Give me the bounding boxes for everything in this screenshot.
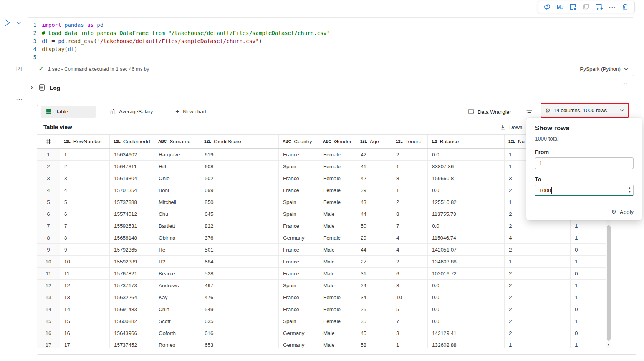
copilot-icon[interactable] [543, 3, 551, 11]
select-all-cell[interactable] [37, 135, 60, 148]
tab-table[interactable]: Table [41, 106, 96, 118]
column-header-Tenure[interactable]: 12LTenure [392, 135, 428, 148]
spinner-down-icon[interactable]: ▼ [628, 190, 631, 194]
table-cell: 699 [200, 184, 279, 196]
scroll-down-icon[interactable]: ▼ [606, 341, 611, 348]
column-header-Age[interactable]: 12LAge [356, 135, 392, 148]
table-cell: 0.0 [428, 315, 505, 327]
column-type-badge: 12L [114, 139, 121, 144]
column-header-Gender[interactable]: ABCGender [319, 135, 356, 148]
run-options-chevron-icon[interactable] [16, 20, 22, 26]
table-cell: Goforth [154, 327, 200, 339]
table-cell: 115046.74 [428, 232, 505, 243]
table-cell: Female [319, 161, 356, 172]
table-cell: 43 [356, 196, 392, 208]
log-icon [38, 84, 45, 91]
table-cell: Female [319, 232, 356, 243]
column-header-RowNumber[interactable]: 12LRowNumber [60, 135, 110, 148]
table-cell: 159660.8 [428, 172, 505, 184]
data-wrangler-icon [468, 108, 475, 115]
table-cell: 616 [200, 327, 279, 339]
table-cell: 7 [60, 220, 110, 232]
row-index-cell: 17 [37, 339, 60, 348]
table-cell: Female [319, 149, 356, 160]
column-type-badge: ABC [283, 139, 291, 144]
column-type-badge: ABC [158, 139, 167, 144]
table-cell: 15656148 [110, 232, 154, 243]
download-button[interactable]: Down [500, 119, 523, 135]
line-number: 2 [27, 29, 36, 37]
column-header-Surname[interactable]: ABCSurname [154, 135, 200, 148]
vertical-scroll-thumb[interactable] [607, 225, 611, 341]
column-header-CreditScore[interactable]: 12LCreditScore [200, 135, 279, 148]
filter-icon[interactable] [524, 107, 534, 117]
table-cell: 3 [392, 280, 428, 291]
table-cell: Female [319, 291, 356, 303]
table-cell: 143129.41 [428, 327, 505, 339]
chevron-right-icon [29, 85, 34, 90]
run-cell-button[interactable] [3, 18, 11, 27]
column-label: Tenure [406, 139, 421, 144]
chevron-down-icon [624, 66, 629, 71]
table-cell: 142051.07 [428, 244, 505, 255]
table-grid-icon [45, 138, 52, 145]
table-cell: 0.0 [428, 184, 505, 196]
add-comment-icon[interactable] [595, 3, 604, 11]
data-wrangler-button[interactable]: Data Wrangler [468, 104, 511, 119]
code-line: 5 [27, 53, 626, 61]
table-cell: 41 [356, 161, 392, 172]
delete-cell-icon[interactable] [621, 3, 630, 11]
table-settings-button[interactable]: ⚙ 14 columns, 1000 rows [541, 103, 629, 118]
column-header-Balance[interactable]: 1.2Balance [428, 135, 505, 148]
table-cell: 44 [356, 244, 392, 255]
row-index-cell: 14 [37, 303, 60, 315]
number-spinner[interactable]: ▲ ▼ [628, 186, 631, 194]
table-cell: 13 [60, 291, 110, 303]
table-cell: 44 [356, 208, 392, 220]
table-cell: 125510.82 [428, 196, 505, 208]
log-section-toggle[interactable]: Log [29, 82, 60, 93]
column-type-badge: 1.2 [432, 139, 437, 144]
apply-button[interactable]: ↻ Apply [611, 209, 634, 215]
table-cell: 6 [60, 208, 110, 220]
new-chart-button[interactable]: + New chart [175, 108, 206, 115]
convert-to-markdown-icon[interactable]: M↓ [556, 3, 564, 11]
gear-icon: ⚙ [545, 108, 550, 113]
more-actions-icon[interactable]: ··· [608, 3, 617, 11]
table-row: 6615574012Chu645SpainMale448113755.7821 [37, 208, 611, 220]
column-type-badge: 12L [360, 139, 367, 144]
column-label: CustomerId [123, 139, 150, 144]
table-cell: 497 [200, 280, 279, 291]
from-input[interactable] [535, 157, 634, 169]
output-more-actions-icon[interactable]: ··· [16, 96, 23, 103]
tab-averagesalary[interactable]: AverageSalary [109, 109, 153, 115]
code-editor[interactable]: 1import pandas as pd2# Load data into pa… [27, 21, 626, 61]
column-header-Country[interactable]: ABCCountry [279, 135, 319, 148]
table-cell: Germany [279, 339, 319, 348]
to-input[interactable] [535, 185, 634, 196]
column-label: Age [370, 139, 379, 144]
table-cell: 2 [505, 220, 571, 232]
table-cell: 50 [356, 220, 392, 232]
kernel-selector[interactable]: PySpark (Python) [580, 66, 629, 72]
table-settings-summary: 14 columns, 1000 rows [553, 108, 607, 113]
table-cell: France [279, 172, 319, 184]
download-label: Down [509, 124, 523, 130]
spinner-up-icon[interactable]: ▲ [628, 186, 631, 190]
table-cell: 1 [571, 315, 611, 327]
download-icon [500, 124, 506, 130]
table-cell: 15619304 [110, 172, 154, 184]
copy-cell-icon[interactable] [582, 3, 590, 11]
table-cell: 15643966 [110, 327, 154, 339]
table-cell: France [279, 303, 319, 315]
notebook-page: M↓ ··· [0, 0, 644, 361]
table-cell: France [279, 149, 319, 160]
column-header-CustomerId[interactable]: 12LCustomerId [110, 135, 154, 148]
table-cell: 7 [392, 315, 428, 327]
table-cell: 2 [505, 268, 571, 279]
rows-total-text: 1000 total [535, 136, 634, 142]
code-cell[interactable]: 1import pandas as pd2# Load data into pa… [27, 17, 634, 76]
log-more-actions-icon[interactable]: ··· [621, 81, 628, 87]
clear-output-icon[interactable] [569, 3, 577, 11]
table-cell: France [279, 220, 319, 232]
